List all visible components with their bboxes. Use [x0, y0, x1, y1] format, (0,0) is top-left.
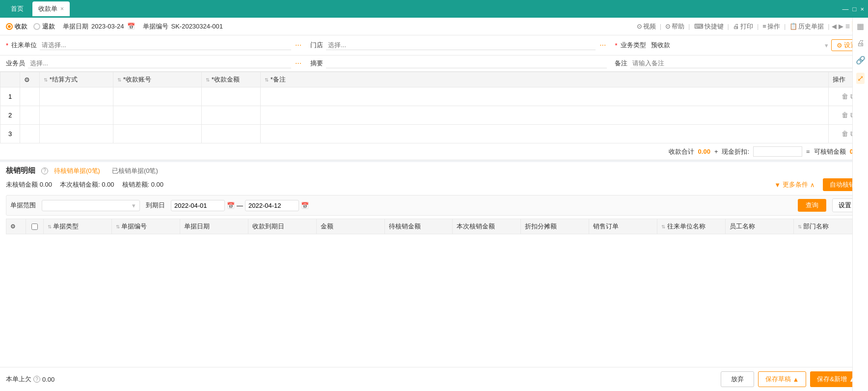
current-stat: 本次核销金额: 0.00 — [60, 180, 114, 189]
col-settings-header[interactable]: ⚙ — [20, 72, 40, 87]
col-amount-header: ⇅ *收款金额 — [202, 72, 261, 87]
minimize-icon[interactable]: — — [842, 5, 849, 13]
staff-ellipsis[interactable]: ··· — [294, 59, 302, 68]
total-value: 0.00 — [698, 148, 710, 155]
header-actions: ⊙ 视频 | ⊙ 帮助 | ⌨ 快捷键 | 🖨 打印 | ≡ 操作 — [635, 21, 862, 32]
date-from-input[interactable] — [171, 200, 225, 211]
unverified-label: 未核销金额 — [6, 181, 38, 188]
row-2-delete-icon[interactable]: 🗑 — [841, 111, 848, 119]
row-3-remark[interactable] — [261, 125, 829, 143]
date-to-input[interactable] — [245, 200, 299, 211]
due-date-label: 到期日 — [146, 201, 165, 210]
sidebar-link-icon[interactable]: 🔗 — [856, 56, 866, 65]
nav-left-icon[interactable]: ◀ — [832, 23, 837, 30]
bt-col-checkbox[interactable] — [26, 219, 44, 234]
row-2-amount[interactable] — [202, 106, 261, 125]
table-row: 3 🗑 ⧉ — [0, 125, 868, 143]
row-2-settlement[interactable] — [40, 106, 113, 125]
bt-col-dept: ⇅ 部门名称 — [793, 219, 862, 234]
save-draft-button[interactable]: 保存草稿 ▲ — [758, 371, 807, 387]
settings-gear-icon: ⚙ — [837, 42, 842, 49]
maximize-icon[interactable]: □ — [853, 5, 857, 13]
verify-info-icon[interactable]: ? — [41, 168, 48, 174]
row-1-settlement[interactable] — [40, 87, 113, 106]
table-row: 2 🗑 ⧉ — [0, 106, 868, 125]
video-action[interactable]: ⊙ 视频 — [635, 21, 658, 32]
summary-input[interactable] — [326, 58, 607, 68]
store-ellipsis[interactable]: ··· — [598, 41, 607, 50]
row-1-account[interactable] — [113, 87, 202, 106]
save-new-label: 保存&新增 — [817, 375, 847, 384]
nav-right-icon[interactable]: ▶ — [839, 23, 843, 30]
save-draft-arrow: ▲ — [793, 376, 799, 383]
nav-active-tab[interactable]: 收款单 × — [32, 1, 70, 16]
list-view-icon[interactable]: ≡ — [845, 22, 850, 31]
equals-sign: = — [806, 148, 810, 155]
footer-info: 本单上欠 ? 0.00 — [6, 375, 54, 384]
col-remark-header: ⇅ *备注 — [261, 72, 829, 87]
bt-col-settings[interactable]: ⚙ — [6, 219, 26, 234]
row-3-account[interactable] — [113, 125, 202, 143]
date-calendar-to[interactable]: 📅 — [301, 202, 309, 209]
sidebar-expand-icon[interactable]: ⤢ — [856, 73, 865, 84]
abandon-button[interactable]: 放弃 — [721, 371, 754, 387]
date-calendar-from[interactable]: 📅 — [227, 202, 235, 209]
row-1-delete-icon[interactable]: 🗑 — [841, 92, 848, 101]
date-calendar-icon[interactable]: 📅 — [127, 23, 135, 30]
receipt-type-group: 收款 退款 — [6, 22, 55, 31]
verify-table: ⚙ ⇅ 单据类型 ⇅ 单据编号 单据日期 收款到期日 — [6, 219, 862, 234]
date-value: 2023-03-24 — [91, 23, 124, 30]
row-2-account[interactable] — [113, 106, 202, 125]
history-action[interactable]: 📋 历史单据 — [787, 21, 826, 32]
select-all-checkbox[interactable] — [31, 223, 38, 230]
receipt-radio[interactable]: 收款 — [6, 22, 27, 31]
form-row-1: * 往来单位 ··· 门店 ··· * 业务类型 预收款 ▾ ⚙ 设置 — [0, 35, 868, 56]
nav-home-tab[interactable]: 首页 — [4, 0, 30, 18]
staff-field: 业务员 ··· — [6, 58, 302, 68]
sidebar-print-icon[interactable]: 🖨 — [857, 39, 865, 48]
bt-col-staff: 员工名称 — [726, 219, 794, 234]
print-action[interactable]: 🖨 打印 — [731, 21, 755, 32]
store-input[interactable] — [326, 40, 596, 50]
query-button[interactable]: 查询 — [798, 199, 826, 212]
completed-tab[interactable]: 已核销单据(0笔) — [112, 167, 158, 175]
discount-input[interactable] — [753, 146, 802, 157]
form-header: 收款 退款 单据日期 2023-03-24 📅 单据编号 SK-20230324… — [0, 18, 868, 35]
range-select-wrap[interactable]: ▾ — [42, 200, 140, 211]
bt-col-counterparty: ⇅ 往来单位名称 — [657, 219, 726, 234]
business-type-dropdown[interactable]: ▾ — [825, 42, 828, 49]
row-3-amount[interactable] — [202, 125, 261, 143]
tab-close-icon[interactable]: × — [60, 5, 64, 12]
remark-input[interactable] — [630, 58, 862, 68]
row-3-delete-icon[interactable]: 🗑 — [841, 130, 848, 138]
staff-input[interactable] — [28, 58, 291, 68]
unverified-stat: 未核销金额 0.00 — [6, 180, 52, 189]
diff-value: 0.00 — [151, 181, 163, 188]
top-nav: 首页 收款单 × — □ × — [0, 0, 868, 18]
shortcut-action[interactable]: ⌨ 快捷键 — [692, 21, 726, 32]
footer-info-icon[interactable]: ? — [33, 376, 40, 383]
bt-col-due-date: 收款到期日 — [248, 219, 316, 234]
unverified-value: 0.00 — [40, 181, 52, 188]
filter-icon: ▼ — [774, 181, 781, 189]
row-1-amount[interactable] — [202, 87, 261, 106]
main-area: 收款 退款 单据日期 2023-03-24 📅 单据编号 SK-20230324… — [0, 18, 868, 391]
verify-title: 核销明细 — [6, 166, 35, 175]
row-1-remark[interactable] — [261, 87, 829, 106]
print-label: 打印 — [740, 22, 753, 31]
date-range-group: 📅 — 📅 — [171, 200, 309, 211]
sidebar-table-icon[interactable]: ▦ — [857, 22, 864, 31]
pending-tab[interactable]: 待核销单据(0笔) — [54, 167, 100, 175]
business-type-label: 业务类型 — [621, 41, 646, 50]
counterparty-ellipsis[interactable]: ··· — [294, 41, 302, 50]
window-close-icon[interactable]: × — [860, 5, 864, 13]
refund-radio[interactable]: 退款 — [33, 22, 55, 31]
bt-col-type: ⇅ 单据类型 — [44, 219, 112, 234]
footer-bar: 本单上欠 ? 0.00 放弃 保存草稿 ▲ 保存&新增 ▲ — [0, 367, 868, 391]
row-2-remark[interactable] — [261, 106, 829, 125]
counterparty-input[interactable] — [40, 40, 291, 50]
row-3-settlement[interactable] — [40, 125, 113, 143]
operations-action[interactable]: ≡ 操作 — [760, 21, 782, 32]
more-conditions-btn[interactable]: ▼ 更多条件 ∧ — [774, 180, 815, 189]
help-action[interactable]: ⊙ 帮助 — [663, 21, 686, 32]
